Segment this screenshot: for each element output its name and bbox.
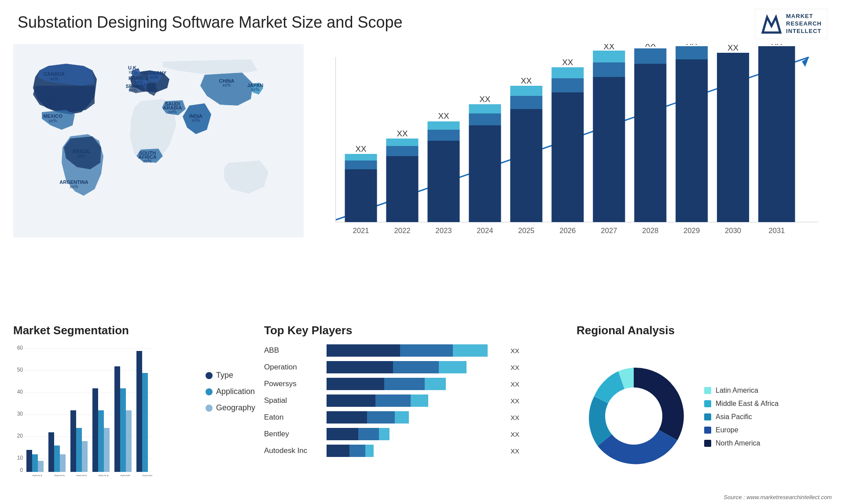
svg-text:XX: XX xyxy=(686,44,697,47)
player-bar-bentley xyxy=(327,428,502,440)
logo: MARKET RESEARCH INTELLECT xyxy=(755,9,827,39)
bar-seg3 xyxy=(365,445,374,457)
svg-rect-39 xyxy=(345,161,377,169)
svg-text:2026: 2026 xyxy=(559,226,576,234)
svg-rect-115 xyxy=(104,428,110,472)
middle-east-color xyxy=(704,400,711,407)
svg-rect-54 xyxy=(469,113,501,125)
svg-rect-38 xyxy=(345,169,377,222)
player-bar-powersys xyxy=(327,378,502,390)
bar-seg2 xyxy=(375,394,411,407)
svg-text:2029: 2029 xyxy=(683,226,700,234)
svg-rect-63 xyxy=(551,92,584,222)
svg-rect-49 xyxy=(427,130,459,141)
player-row-powersys: Powersys XX xyxy=(264,378,519,390)
svg-text:XX: XX xyxy=(562,58,573,67)
bar-seg3 xyxy=(453,344,488,357)
segmentation-legend: Type Application Geography xyxy=(206,344,255,413)
svg-text:xx%: xx% xyxy=(150,75,158,80)
svg-rect-81 xyxy=(717,53,749,222)
type-label: Type xyxy=(216,371,233,380)
svg-rect-102 xyxy=(32,454,38,472)
latin-america-color xyxy=(704,387,711,394)
player-name-autodesk: Autodesk Inc xyxy=(264,446,321,455)
svg-rect-119 xyxy=(126,410,132,472)
bar-seg2 xyxy=(400,344,452,357)
bar-seg2 xyxy=(358,428,379,440)
player-xx-autodesk: XX xyxy=(511,447,519,455)
svg-rect-58 xyxy=(510,109,542,222)
svg-rect-118 xyxy=(120,388,126,472)
geography-label: Geography xyxy=(216,403,255,413)
svg-rect-111 xyxy=(82,441,88,472)
svg-rect-55 xyxy=(469,104,501,113)
market-segmentation-section: Market Segmentation 60 50 40 30 20 10 0 xyxy=(13,324,255,491)
asia-pacific-label: Asia Pacific xyxy=(716,413,752,421)
regional-legend: Latin America Middle East & Africa Asia … xyxy=(704,387,779,447)
svg-text:2021: 2021 xyxy=(32,474,43,476)
player-row-autodesk: Autodesk Inc XX xyxy=(264,445,519,457)
bar-seg3 xyxy=(395,411,409,424)
source-text: Source : www.marketresearchintellect.com xyxy=(724,494,832,500)
player-name-eaton: Eaton xyxy=(264,413,321,422)
svg-text:10: 10 xyxy=(17,455,23,461)
page-title: Substation Designing Software Market Siz… xyxy=(18,13,403,32)
application-label: Application xyxy=(216,387,255,396)
svg-rect-105 xyxy=(48,432,54,472)
svg-rect-101 xyxy=(26,450,32,472)
segmentation-bar-chart: 60 50 40 30 20 10 0 2021 xyxy=(13,344,154,476)
north-america-label: North America xyxy=(716,439,760,447)
donut-svg xyxy=(577,359,691,473)
player-name-abb: ABB xyxy=(264,346,321,355)
player-name-spatial: Spatial xyxy=(264,396,321,405)
segmentation-title: Market Segmentation xyxy=(13,324,255,337)
bar-seg2 xyxy=(384,378,425,390)
growth-chart-section: XX 2021 XX 2022 XX 2023 XX 2024 XX 2025 … xyxy=(308,44,832,237)
bar-seg1 xyxy=(327,445,349,457)
svg-rect-73 xyxy=(634,64,666,222)
logo-text: MARKET RESEARCH INTELLECT xyxy=(786,13,822,35)
bar-seg1 xyxy=(327,361,393,373)
svg-text:xx%: xx% xyxy=(147,87,155,92)
player-row-bentley: Bentley XX xyxy=(264,428,519,440)
legend-type: Type xyxy=(206,371,255,380)
player-xx-eaton: XX xyxy=(511,414,519,421)
svg-rect-114 xyxy=(98,410,104,472)
svg-text:xx%: xx% xyxy=(129,69,137,74)
svg-text:20: 20 xyxy=(17,433,23,439)
svg-text:40: 40 xyxy=(17,389,23,395)
bar-seg3 xyxy=(439,361,467,373)
svg-rect-107 xyxy=(60,454,66,472)
svg-text:xx%: xx% xyxy=(70,184,78,189)
header: Substation Designing Software Market Siz… xyxy=(18,9,827,39)
svg-text:xx%: xx% xyxy=(251,87,260,92)
svg-rect-109 xyxy=(70,410,76,472)
player-row-eaton: Eaton XX xyxy=(264,411,519,424)
player-xx-abb: XX xyxy=(511,347,519,354)
middle-east-label: Middle East & Africa xyxy=(716,400,779,408)
svg-rect-70 xyxy=(593,51,625,62)
latin-america-label: Latin America xyxy=(716,387,758,394)
svg-text:xx%: xx% xyxy=(77,153,86,158)
svg-text:xx%: xx% xyxy=(192,118,200,123)
svg-text:xx%: xx% xyxy=(223,83,231,88)
regional-analysis-section: Regional Analysis Latin Ame xyxy=(577,324,832,491)
bar-seg1 xyxy=(327,378,384,390)
legend-europe: Europe xyxy=(704,426,779,434)
svg-rect-53 xyxy=(469,125,501,222)
legend-middle-east: Middle East & Africa xyxy=(704,400,779,408)
player-bar-eaton xyxy=(327,411,502,424)
player-bar-abb xyxy=(327,344,502,357)
player-row-spatial: Spatial XX xyxy=(264,394,519,407)
legend-latin-america: Latin America xyxy=(704,387,779,394)
legend-geography: Geography xyxy=(206,403,255,413)
bar-seg2 xyxy=(367,411,395,424)
player-xx-spatial: XX xyxy=(511,397,519,405)
bar-seg1 xyxy=(327,411,367,424)
europe-label: Europe xyxy=(716,426,738,434)
svg-rect-117 xyxy=(114,366,120,472)
svg-rect-110 xyxy=(76,428,82,472)
legend-asia-pacific: Asia Pacific xyxy=(704,413,779,421)
svg-text:xx%: xx% xyxy=(49,118,57,123)
bar-seg1 xyxy=(327,428,358,440)
